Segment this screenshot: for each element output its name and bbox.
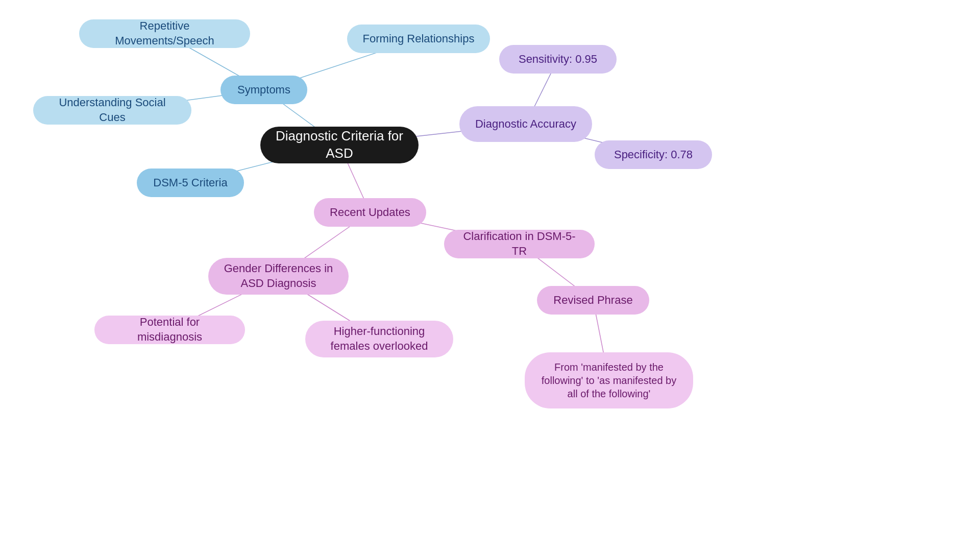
specificity-node[interactable]: Specificity: 0.78 [595,140,712,169]
higher-functioning-node[interactable]: Higher-functioning females overlooked [305,321,453,357]
recent-updates-node[interactable]: Recent Updates [314,198,426,227]
gender-differences-node[interactable]: Gender Differences in ASD Diagnosis [208,258,349,295]
revised-phrase-node[interactable]: Revised Phrase [537,286,649,315]
from-manifested-node[interactable]: From 'manifested by the following' to 'a… [525,352,693,408]
diagnostic-accuracy-node[interactable]: Diagnostic Accuracy [459,106,592,142]
repetitive-movements-node[interactable]: Repetitive Movements/Speech [79,19,250,48]
potential-misdiagnosis-node[interactable]: Potential for misdiagnosis [94,316,245,344]
center-node[interactable]: Diagnostic Criteria for ASD [260,127,419,163]
forming-relationships-node[interactable]: Forming Relationships [347,25,490,53]
sensitivity-node[interactable]: Sensitivity: 0.95 [499,45,617,74]
symptoms-node[interactable]: Symptoms [220,76,307,104]
understanding-social-cues-node[interactable]: Understanding Social Cues [33,96,191,125]
clarification-node[interactable]: Clarification in DSM-5-TR [444,230,595,258]
dsm5-criteria-node[interactable]: DSM-5 Criteria [137,169,244,197]
